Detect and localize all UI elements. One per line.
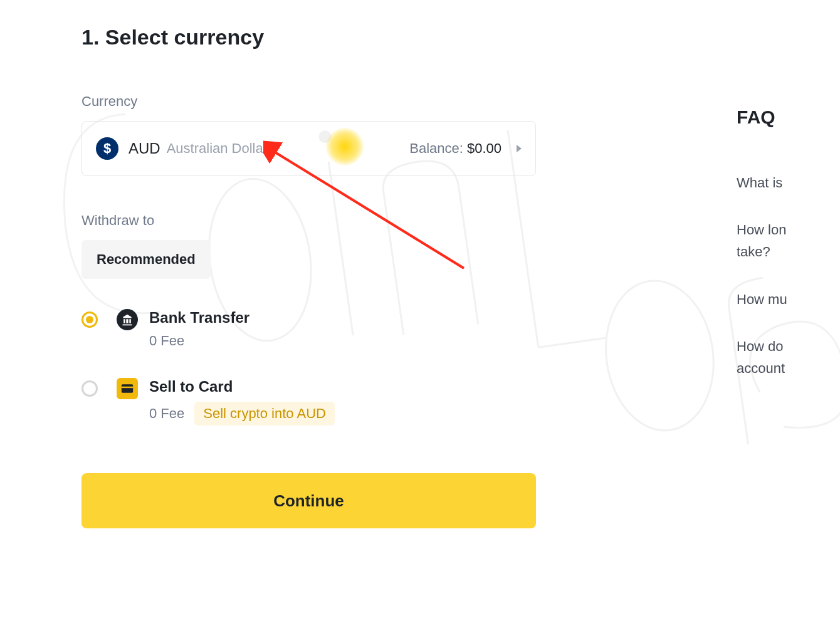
currency-selector[interactable]: $ AUD Australian Dollar Balance: $0.00 <box>81 121 536 176</box>
option-fee: 0 Fee <box>149 405 184 422</box>
option-title: Sell to Card <box>149 378 335 395</box>
radio-sell-to-card[interactable] <box>81 380 98 397</box>
option-title: Bank Transfer <box>149 309 249 327</box>
currency-name: Australian Dollar <box>167 140 268 157</box>
bank-transfer-icon <box>117 309 138 330</box>
dollar-icon: $ <box>96 137 118 160</box>
faq-item[interactable]: What is <box>737 172 840 194</box>
balance-label: Balance: <box>409 140 463 157</box>
currency-code: AUD <box>129 140 160 157</box>
step-heading: 1. Select currency <box>81 25 536 50</box>
option-badge: Sell crypto into AUD <box>194 402 335 426</box>
main-form: 1. Select currency Currency $ AUD Austra… <box>81 25 536 528</box>
faq-panel: FAQ What is How lon take? How mu How do … <box>737 107 840 404</box>
faq-heading: FAQ <box>737 107 840 128</box>
option-fee: 0 Fee <box>149 333 184 349</box>
radio-bank-transfer[interactable] <box>81 311 98 328</box>
chevron-right-icon <box>517 145 522 152</box>
tab-recommended[interactable]: Recommended <box>81 240 211 279</box>
balance-value: $0.00 <box>467 140 501 157</box>
currency-field-label: Currency <box>81 93 536 110</box>
option-sell-to-card[interactable]: Sell to Card 0 Fee Sell crypto into AUD <box>81 378 536 426</box>
withdraw-to-label: Withdraw to <box>81 212 536 229</box>
option-bank-transfer[interactable]: Bank Transfer 0 Fee <box>81 309 536 349</box>
svg-rect-7 <box>122 387 133 389</box>
faq-item[interactable]: How mu <box>737 288 840 310</box>
faq-item[interactable]: How do account <box>737 335 840 379</box>
continue-button[interactable]: Continue <box>81 473 536 528</box>
card-icon <box>117 378 138 399</box>
faq-item[interactable]: How lon take? <box>737 219 840 263</box>
svg-rect-6 <box>122 384 133 392</box>
